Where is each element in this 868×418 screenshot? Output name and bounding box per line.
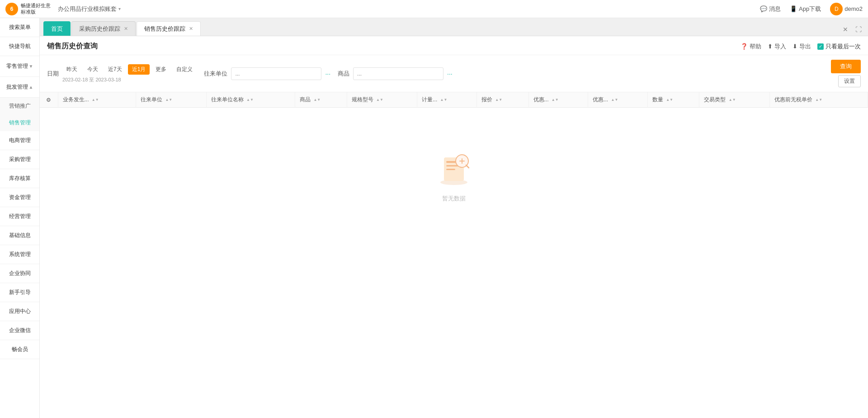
date-btn-1month[interactable]: 近1月 <box>128 64 150 75</box>
product-filter-group: 商品 ··· <box>338 67 453 80</box>
sidebar-label: 零售管理 <box>6 62 28 70</box>
help-btn[interactable]: ❓ 帮助 <box>741 43 761 51</box>
logo: 6 畅捷通好生意 标准版 <box>5 3 51 15</box>
message-btn[interactable]: 💬 消息 <box>760 5 781 13</box>
th-biz-date[interactable]: 业务发生... ▲▼ <box>58 92 136 108</box>
product-input[interactable] <box>353 67 443 80</box>
sidebar: 搜索菜单 快捷导航 零售管理 ▼ 批发管理 ▲ 营销推广 销售管理 电商管理 采… <box>0 18 40 418</box>
sidebar-item-purchase-mgmt[interactable]: 采购管理 <box>0 150 39 169</box>
th-qty[interactable]: 数量 ▲▼ <box>647 92 699 108</box>
empty-icon <box>431 144 476 189</box>
page-title: 销售历史价查询 <box>47 42 98 51</box>
export-icon: ⬇ <box>793 43 797 50</box>
sort-icon: ▲▼ <box>611 98 618 102</box>
th-counterpart[interactable]: 往来单位 ▲▼ <box>136 92 207 108</box>
th-product[interactable]: 商品 ▲▼ <box>295 92 347 108</box>
chevron-up-icon: ▲ <box>29 85 33 90</box>
date-btn-custom[interactable]: 自定义 <box>172 64 197 75</box>
sidebar-item-app-center[interactable]: 应用中心 <box>0 302 39 321</box>
sort-icon: ▲▼ <box>440 98 448 102</box>
import-btn[interactable]: ⬆ 导入 <box>768 43 786 51</box>
empty-text: 暂无数据 <box>442 195 466 203</box>
dropdown-icon[interactable]: ▾ <box>118 6 121 11</box>
table-header-row: ⚙ 业务发生... ▲▼ 往来单位 ▲▼ 往来单位名称 ▲▼ <box>40 92 868 108</box>
counterpart-filter-group: 往来单位 ··· <box>204 67 330 80</box>
tab-expand-btn[interactable]: ⛶ <box>853 25 864 34</box>
only-last-checkbox[interactable]: ✓ 只看最后一次 <box>817 43 861 51</box>
page-actions: ❓ 帮助 ⬆ 导入 ⬇ 导出 ✓ 只看最后一次 <box>741 43 861 51</box>
th-gear[interactable]: ⚙ <box>40 92 58 108</box>
counterpart-picker-btn[interactable]: ··· <box>325 70 330 77</box>
counterpart-label: 往来单位 <box>204 70 227 78</box>
date-range-display: 2023-02-18 至 2023-03-18 <box>62 76 197 83</box>
query-button[interactable]: 查询 <box>831 60 861 73</box>
sidebar-item-finance-mgmt[interactable]: 资金管理 <box>0 188 39 207</box>
export-btn[interactable]: ⬇ 导出 <box>793 43 811 51</box>
tab-purchase-history[interactable]: 采购历史价跟踪 ✕ <box>71 21 136 36</box>
th-discount1[interactable]: 优惠... ▲▼ <box>528 92 588 108</box>
sidebar-item-system-mgmt[interactable]: 系统管理 <box>0 245 39 264</box>
date-buttons: 昨天 今天 近7天 近1月 更多 自定义 <box>62 64 197 75</box>
sort-icon: ▲▼ <box>92 98 99 102</box>
counterpart-input[interactable] <box>231 67 321 80</box>
topbar: 6 畅捷通好生意 标准版 办公用品行业模拟账套 ▾ 💬 消息 📱 App下载 D… <box>0 0 868 18</box>
app-download-btn[interactable]: 📱 App下载 <box>790 5 821 13</box>
checkbox-icon: ✓ <box>817 43 824 50</box>
sidebar-item-ecommerce-mgmt[interactable]: 电商管理 <box>0 131 39 150</box>
date-btn-more[interactable]: 更多 <box>151 64 170 75</box>
th-quote[interactable]: 报价 ▲▼ <box>476 92 528 108</box>
th-counterpart-name[interactable]: 往来单位名称 ▲▼ <box>206 92 295 108</box>
sidebar-item-sales-mgmt[interactable]: 销售管理 <box>0 114 39 131</box>
topbar-right: 💬 消息 📱 App下载 D demo2 <box>760 3 863 15</box>
th-discount2[interactable]: 优惠... ▲▼ <box>588 92 648 108</box>
th-pre-tax-price[interactable]: 优惠前无税单价 ▲▼ <box>769 92 868 108</box>
sidebar-item-new-guide[interactable]: 新手引导 <box>0 283 39 302</box>
product-picker-btn[interactable]: ··· <box>447 70 453 77</box>
tab-close-purchase[interactable]: ✕ <box>124 26 128 32</box>
sidebar-item-operations-mgmt[interactable]: 经营管理 <box>0 207 39 226</box>
sidebar-item-enterprise-wechat[interactable]: 企业微信 <box>0 321 39 340</box>
sidebar-item-quick-nav[interactable]: 快捷导航 <box>0 37 39 56</box>
message-icon: 💬 <box>760 5 767 12</box>
sort-icon: ▲▼ <box>729 98 736 102</box>
date-btn-yesterday[interactable]: 昨天 <box>62 64 81 75</box>
sidebar-item-basic-info[interactable]: 基础信息 <box>0 226 39 245</box>
content-area: 首页 采购历史价跟踪 ✕ 销售历史价跟踪 ✕ ✕ ⛶ 销售历史价查询 ❓ 帮助 <box>40 18 868 418</box>
th-spec[interactable]: 规格型号 ▲▼ <box>347 92 417 108</box>
phone-icon: 📱 <box>790 5 797 12</box>
tab-sales-history[interactable]: 销售历史价跟踪 ✕ <box>137 21 201 36</box>
avatar: D <box>830 3 843 15</box>
sort-icon: ▲▼ <box>376 98 383 102</box>
sort-icon: ▲▼ <box>552 98 559 102</box>
sidebar-item-marketing[interactable]: 营销推广 <box>0 98 39 114</box>
sidebar-label: 批发管理 <box>6 83 28 91</box>
sidebar-item-retail-mgmt[interactable]: 零售管理 ▼ <box>0 56 39 77</box>
sidebar-item-vip-member[interactable]: 畅会员 <box>0 340 39 359</box>
settings-button[interactable]: 设置 <box>838 75 861 87</box>
page-header: 销售历史价查询 ❓ 帮助 ⬆ 导入 ⬇ 导出 ✓ 只看最后一次 <box>40 36 868 55</box>
sidebar-item-wholesale-mgmt[interactable]: 批发管理 ▲ <box>0 77 39 98</box>
chevron-down-icon: ▼ <box>29 64 33 69</box>
th-trade-type[interactable]: 交易类型 ▲▼ <box>699 92 770 108</box>
sidebar-item-search-menu[interactable]: 搜索菜单 <box>0 18 39 37</box>
date-btn-today[interactable]: 今天 <box>83 64 102 75</box>
sidebar-label: 搜索菜单 <box>9 24 31 31</box>
date-btn-7days[interactable]: 近7天 <box>104 64 126 75</box>
tab-close-all-btn[interactable]: ✕ <box>840 25 851 34</box>
logo-icon: 6 <box>5 3 18 15</box>
tab-close-sales[interactable]: ✕ <box>189 26 193 32</box>
data-table: ⚙ 业务发生... ▲▼ 往来单位 ▲▼ 往来单位名称 ▲▼ <box>40 92 868 239</box>
app-title: 办公用品行业模拟账套 ▾ <box>58 5 121 13</box>
tab-home[interactable]: 首页 <box>43 21 71 36</box>
user-menu[interactable]: D demo2 <box>830 3 863 15</box>
svg-line-8 <box>466 165 469 168</box>
table-container: ⚙ 业务发生... ▲▼ 往来单位 ▲▼ 往来单位名称 ▲▼ <box>40 92 868 418</box>
sidebar-item-enterprise-collab[interactable]: 企业协同 <box>0 264 39 283</box>
th-unit[interactable]: 计量... ▲▼ <box>417 92 477 108</box>
filter-right: 查询 设置 <box>831 60 861 87</box>
date-label: 日期 <box>47 70 59 78</box>
help-icon: ❓ <box>741 43 748 50</box>
sidebar-item-inventory-calc[interactable]: 库存核算 <box>0 169 39 188</box>
tabs-bar: 首页 采购历史价跟踪 ✕ 销售历史价跟踪 ✕ ✕ ⛶ <box>40 18 868 36</box>
svg-rect-4 <box>446 169 455 170</box>
